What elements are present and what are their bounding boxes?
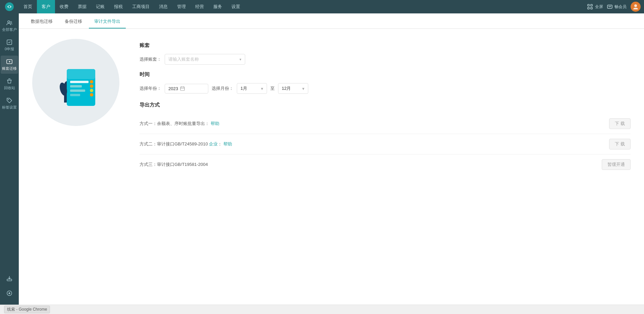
- svg-rect-3: [591, 4, 592, 6]
- calendar-icon: [180, 86, 185, 91]
- nav-bookkeeping[interactable]: 记账: [91, 0, 109, 13]
- nav-invoice[interactable]: 票据: [73, 0, 91, 13]
- month-start-select[interactable]: 1月 ▾: [237, 83, 267, 94]
- sidebar-item-recycle[interactable]: 回收站: [1, 75, 18, 93]
- enterprise-link-2[interactable]: 企业: [209, 141, 218, 146]
- to-text: 至: [270, 85, 275, 91]
- download-button-2[interactable]: 下 载: [609, 139, 631, 149]
- nav-customer[interactable]: 客户: [37, 0, 55, 13]
- sidebar-item-tag-settings[interactable]: 标签设置: [1, 95, 18, 113]
- month-end-select[interactable]: 12月 ▾: [278, 83, 308, 94]
- vip-button[interactable]: 畅会员: [607, 4, 627, 10]
- account-select-label: 选择账套：: [140, 56, 161, 62]
- main-layout: 全部客户 0申报 账套迁移 回收站: [0, 13, 644, 305]
- svg-rect-5: [591, 7, 592, 9]
- user-avatar[interactable]: [631, 2, 641, 12]
- sidebar-item-zero-report[interactable]: 0申报: [1, 36, 18, 54]
- sidebar: 全部客户 0申报 账套迁移 回收站: [0, 13, 19, 305]
- time-section: 时间 选择年份： 2023 选择月份：: [140, 71, 631, 94]
- form-area: 账套 选择账套： 请输入账套名称 ▾ 时间 选择年份： 2023: [140, 39, 631, 175]
- svg-point-7: [634, 4, 637, 7]
- nav-message[interactable]: 消息: [154, 0, 172, 13]
- download-button-1[interactable]: 下 载: [609, 118, 631, 129]
- nav-items: 首页 客户 收费 票据 记账 报税 工商项目 消息 管理 经营 服务 设置: [19, 0, 587, 13]
- export-method-3-label: 方式三：审计接口GB/T19581-2004: [140, 162, 208, 168]
- app-logo: [3, 1, 15, 13]
- tabs-bar: 数据包迁移 备份迁移 审计文件导出: [19, 13, 644, 29]
- top-nav: 首页 客户 收费 票据 记账 报税 工商项目 消息 管理 经营 服务 设置 全屏: [0, 0, 644, 13]
- tab-data-migrate[interactable]: 数据包迁移: [25, 15, 58, 28]
- export-method-2-label: 方式二：审计接口GB/T24589-2010 企业： 帮助: [140, 141, 232, 147]
- sidebar-bottom-icon-2[interactable]: [1, 287, 18, 299]
- export-method-2: 方式二：审计接口GB/T24589-2010 企业： 帮助 下 载: [140, 134, 631, 154]
- illustration-circle: [32, 39, 119, 126]
- nav-manage[interactable]: 管理: [172, 0, 191, 13]
- export-title: 导出方式: [140, 102, 631, 108]
- content-area: 数据包迁移 备份迁移 审计文件导出: [19, 13, 644, 305]
- top-nav-right: 全屏 畅会员: [587, 2, 641, 12]
- tab-backup-migrate[interactable]: 备份迁移: [59, 15, 88, 28]
- svg-rect-2: [588, 4, 589, 6]
- nav-settings[interactable]: 设置: [227, 0, 245, 13]
- chevron-down-icon-month-end: ▾: [302, 86, 305, 91]
- month-end-value: 12月: [282, 85, 291, 91]
- month-start-value: 1月: [240, 85, 247, 91]
- svg-point-12: [8, 99, 9, 100]
- chevron-down-icon-month-start: ▾: [261, 86, 263, 91]
- year-input[interactable]: 2023: [165, 84, 208, 93]
- svg-rect-18: [70, 81, 89, 83]
- month-label: 选择月份：: [212, 85, 233, 91]
- help-link-1[interactable]: 帮助: [211, 121, 219, 126]
- nav-billing[interactable]: 收费: [55, 0, 73, 13]
- sidebar-item-account-migrate[interactable]: 账套迁移: [1, 56, 18, 74]
- svg-point-24: [90, 89, 93, 92]
- svg-rect-27: [180, 87, 184, 90]
- chevron-down-icon: ▾: [239, 57, 241, 62]
- fullscreen-button[interactable]: 全屏: [587, 4, 603, 10]
- open-button-3[interactable]: 暂缓开通: [602, 159, 631, 170]
- nav-home[interactable]: 首页: [19, 0, 37, 13]
- account-select[interactable]: 请输入账套名称 ▾: [165, 54, 245, 65]
- svg-point-22: [90, 80, 93, 83]
- illustration-area: [32, 39, 119, 126]
- year-label: 选择年份：: [140, 85, 161, 91]
- nav-tax[interactable]: 报税: [109, 0, 127, 13]
- time-row: 选择年份： 2023 选择月份： 1月: [140, 83, 631, 94]
- status-bar-item[interactable]: 线索 - Google Chrome: [4, 306, 50, 313]
- page-content: 账套 选择账套： 请输入账套名称 ▾ 时间 选择年份： 2023: [19, 29, 644, 305]
- svg-point-15: [9, 293, 10, 294]
- svg-rect-21: [70, 94, 80, 96]
- time-title: 时间: [140, 71, 631, 78]
- svg-point-23: [90, 84, 93, 88]
- sidebar-item-all-customers[interactable]: 全部客户: [1, 17, 18, 35]
- nav-operation[interactable]: 经营: [191, 0, 209, 13]
- svg-rect-13: [7, 279, 12, 281]
- svg-point-8: [8, 21, 10, 23]
- sidebar-bottom-icon-1[interactable]: [1, 272, 18, 285]
- export-method-1-label: 方式一：余额表、序时账批量导出： 帮助: [140, 121, 219, 127]
- export-method-3: 方式三：审计接口GB/T19581-2004 暂缓开通: [140, 154, 631, 175]
- export-method-1: 方式一：余额表、序时账批量导出： 帮助 下 载: [140, 114, 631, 134]
- svg-rect-4: [588, 7, 589, 9]
- svg-rect-19: [70, 85, 82, 87]
- nav-service[interactable]: 服务: [209, 0, 227, 13]
- svg-rect-20: [70, 89, 85, 92]
- help-link-2[interactable]: 帮助: [223, 141, 232, 146]
- export-section: 导出方式 方式一：余额表、序时账批量导出： 帮助 下 载 方式二：审计接口GB/…: [140, 102, 631, 175]
- account-title: 账套: [140, 42, 631, 49]
- account-select-placeholder: 请输入账套名称: [168, 56, 199, 62]
- nav-business[interactable]: 工商项目: [127, 0, 154, 13]
- status-bar: 线索 - Google Chrome: [0, 305, 644, 314]
- svg-rect-17: [67, 69, 95, 79]
- account-select-row: 选择账套： 请输入账套名称 ▾: [140, 54, 631, 65]
- svg-point-1: [8, 6, 10, 8]
- tab-audit-export[interactable]: 审计文件导出: [89, 15, 126, 28]
- svg-point-9: [10, 21, 12, 23]
- svg-point-25: [90, 93, 93, 97]
- sidebar-bottom: [1, 272, 18, 305]
- year-value: 2023: [168, 86, 178, 91]
